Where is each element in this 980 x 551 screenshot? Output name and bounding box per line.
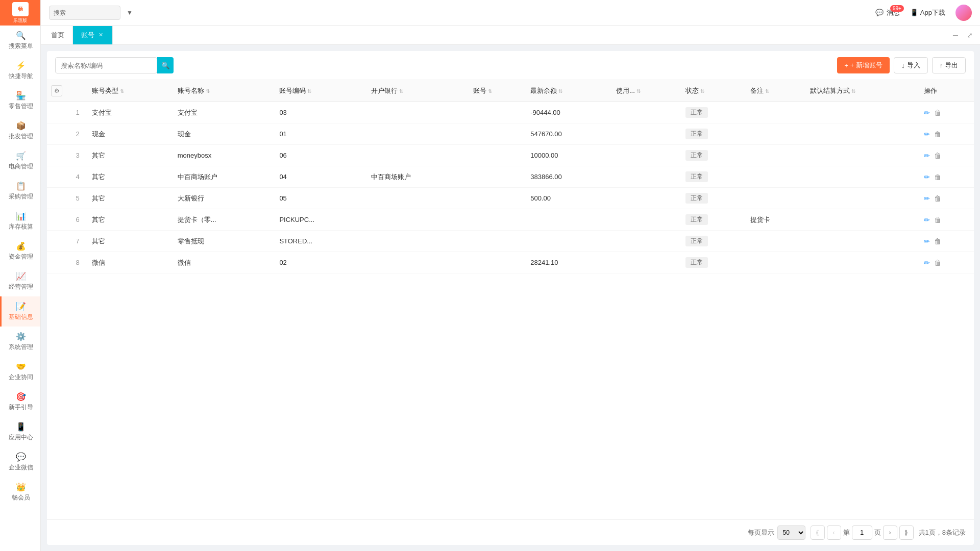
row-balance: 383866.00 [526,166,612,188]
table-search-button[interactable]: 🔍 [157,57,174,73]
sort-type-icon: ⇅ [120,88,124,94]
th-usage[interactable]: 使用... ⇅ [612,80,681,102]
edit-button[interactable]: ✏ [924,109,930,117]
row-remark [746,123,806,145]
sidebar-item-member[interactable]: 👑 畅会员 [0,477,41,507]
sidebar-item-appcenter[interactable]: 📱 应用中心 [0,417,41,447]
page-number-input[interactable] [852,525,872,540]
edit-button[interactable]: ✏ [924,152,930,160]
row-bank: 中百商场账户 [367,166,469,188]
tabbar: 首页 账号 ✕ ─ ⤢ [41,26,980,45]
tab-minimize-button[interactable]: ─ [949,29,962,41]
sidebar-item-label: 资金管理 [9,253,33,261]
row-bank [367,252,469,273]
topbar-search-input[interactable] [49,6,120,20]
tab-account[interactable]: 账号 ✕ [73,26,113,44]
sidebar-item-shortcut[interactable]: ⚡ 快捷导航 [0,56,41,86]
th-name-label: 账号名称 [178,86,204,95]
export-label: 导出 [945,61,958,70]
retail-icon: 🏪 [16,91,26,101]
tab-close-icon[interactable]: ✕ [97,31,104,39]
tab-home[interactable]: 首页 [43,26,73,44]
delete-button[interactable]: 🗑 [934,109,941,117]
sidebar-item-agreement[interactable]: 🤝 企业协同 [0,357,41,387]
add-account-button[interactable]: + + 新增账号 [837,57,890,73]
sidebar-item-ecommerce[interactable]: 🛒 电商管理 [0,146,41,176]
logo-icon: 畅 [12,2,29,16]
sidebar-item-label: 零售管理 [9,102,33,111]
sidebar-item-inventory[interactable]: 📊 库存核算 [0,206,41,236]
th-type-label: 账号类型 [92,86,118,95]
topbar: ▼ 💬 消息 99+ 📱 App下载 [41,0,980,26]
delete-button[interactable]: 🗑 [934,237,941,245]
sidebar-item-finance[interactable]: 💰 资金管理 [0,236,41,266]
th-code[interactable]: 账号编码 ⇅ [275,80,367,102]
row-status: 正常 [681,188,746,209]
import-button[interactable]: ↓ 导入 [894,57,928,73]
th-name[interactable]: 账号名称 ⇅ [174,80,276,102]
row-type: 支付宝 [88,102,174,123]
sidebar-item-guide[interactable]: 🎯 新手引导 [0,387,41,417]
delete-button[interactable]: 🗑 [934,152,941,160]
delete-button[interactable]: 🗑 [934,173,941,181]
row-usage [612,252,681,273]
th-remark[interactable]: 备注 ⇅ [746,80,806,102]
row-account [469,209,527,231]
th-bank[interactable]: 开户银行 ⇅ [367,80,469,102]
th-status[interactable]: 状态 ⇅ [681,80,746,102]
avatar[interactable] [955,5,972,21]
sidebar-item-operation[interactable]: 📈 经营管理 [0,266,41,296]
accounts-table: ⚙ 账号类型 ⇅ 账号名称 [47,80,974,273]
member-icon: 👑 [16,482,26,492]
sidebar-item-system[interactable]: ⚙️ 系统管理 [0,327,41,357]
app-download-button[interactable]: 📱 App下载 [910,8,945,17]
th-account[interactable]: 账号 ⇅ [469,80,527,102]
sidebar-item-wechat[interactable]: 💬 企业微信 [0,447,41,477]
row-settlement [806,188,920,209]
sidebar-item-purchase[interactable]: 📋 采购管理 [0,176,41,206]
th-type[interactable]: 账号类型 ⇅ [88,80,174,102]
page-size-dropdown[interactable]: 50 100 200 [777,525,805,540]
search-menu-icon: 🔍 [16,31,26,40]
th-balance[interactable]: 最新余额 ⇅ [526,80,612,102]
next-page-button[interactable]: › [883,525,897,540]
row-code: 02 [275,252,367,273]
edit-button[interactable]: ✏ [924,130,930,138]
delete-button[interactable]: 🗑 [934,194,941,203]
page-size-label: 每页显示 [748,528,774,537]
sidebar-item-wholesale[interactable]: 📦 批发管理 [0,116,41,146]
th-gear[interactable]: ⚙ [47,80,67,102]
table-search: 🔍 [55,57,174,73]
table-search-input[interactable] [55,57,157,73]
column-settings-icon[interactable]: ⚙ [51,85,62,96]
edit-button[interactable]: ✏ [924,259,930,267]
edit-button[interactable]: ✏ [924,194,930,203]
first-page-button[interactable]: ⟪ [811,525,825,540]
sidebar-item-basic[interactable]: 📝 基础信息 [0,296,41,327]
sidebar-item-label: 电商管理 [9,162,33,171]
sidebar-item-search[interactable]: 🔍 搜索菜单 [0,26,41,56]
last-page-button[interactable]: ⟫ [899,525,914,540]
delete-button[interactable]: 🗑 [934,259,941,267]
row-name: 零售抵现 [174,231,276,252]
sidebar-item-label: 畅会员 [12,493,30,502]
row-actions: ✏ 🗑 [920,166,974,188]
edit-button[interactable]: ✏ [924,216,930,224]
row-gear [47,145,67,166]
edit-button[interactable]: ✏ [924,237,930,245]
row-balance: -90444.00 [526,102,612,123]
row-settlement [806,123,920,145]
th-code-label: 账号编码 [279,86,306,95]
message-button[interactable]: 💬 消息 99+ [875,8,900,17]
export-button[interactable]: ↑ 导出 [932,57,966,73]
sidebar: 畅 乐惠版 🔍 搜索菜单 ⚡ 快捷导航 🏪 零售管理 📦 批发管理 🛒 电商管理… [0,0,41,551]
topbar-dropdown[interactable]: ▼ [127,9,133,16]
delete-button[interactable]: 🗑 [934,130,941,138]
th-default-settlement[interactable]: 默认结算方式 ⇅ [806,80,920,102]
prev-page-button[interactable]: ‹ [827,525,841,540]
row-gear [47,252,67,273]
edit-button[interactable]: ✏ [924,173,930,181]
sidebar-item-retail[interactable]: 🏪 零售管理 [0,86,41,116]
tab-maximize-button[interactable]: ⤢ [964,29,976,41]
delete-button[interactable]: 🗑 [934,216,941,224]
